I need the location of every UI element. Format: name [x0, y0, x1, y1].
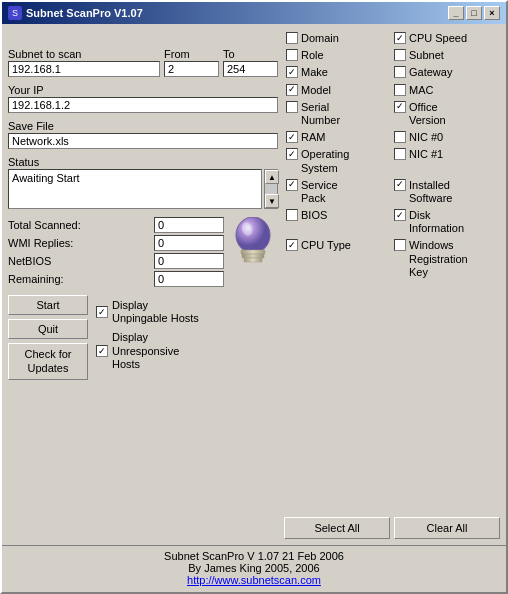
cpu-speed-checkbox[interactable]: [394, 32, 406, 44]
display-unresponsive-checkbox[interactable]: [96, 345, 108, 357]
bios-label: BIOS: [301, 209, 327, 222]
nic1-label: NIC #1: [409, 148, 443, 161]
footer-line3[interactable]: http://www.subnetscan.com: [2, 574, 506, 586]
your-ip-input[interactable]: [8, 97, 278, 113]
lightbulb-image: [228, 217, 278, 277]
content-area: Subnet to scan From To Your IP: [2, 24, 506, 545]
select-all-button[interactable]: Select All: [284, 517, 390, 539]
subnet-input[interactable]: [8, 61, 160, 77]
ram-checkbox[interactable]: [286, 131, 298, 143]
scroll-up-button[interactable]: ▲: [265, 170, 279, 184]
check-item-gateway: Gateway: [392, 64, 500, 81]
maximize-button[interactable]: □: [466, 6, 482, 20]
win-reg-label: WindowsRegistrationKey: [409, 239, 468, 279]
subnet-checkbox[interactable]: [394, 49, 406, 61]
to-input[interactable]: [223, 61, 278, 77]
nic0-checkbox[interactable]: [394, 131, 406, 143]
check-updates-button[interactable]: Check forUpdates: [8, 343, 88, 380]
check-item-bios: BIOS: [284, 207, 392, 237]
start-button[interactable]: Start: [8, 295, 88, 315]
os-checkbox[interactable]: [286, 148, 298, 160]
check-item-cpu-type: CPU Type: [284, 237, 392, 281]
check-item-nic1: NIC #1: [392, 146, 500, 176]
mac-label: MAC: [409, 84, 433, 97]
remaining-label: Remaining:: [8, 273, 150, 285]
from-input[interactable]: [164, 61, 219, 77]
quit-button[interactable]: Quit: [8, 319, 88, 339]
minimize-button[interactable]: _: [448, 6, 464, 20]
save-file-input[interactable]: [8, 133, 278, 149]
check-item-disk: DiskInformation: [392, 207, 500, 237]
check-item-os: OperatingSystem: [284, 146, 392, 176]
check-item-model: Model: [284, 82, 392, 99]
check-item-serial: SerialNumber: [284, 99, 392, 129]
display-unresponsive-row: DisplayUnresponsiveHosts: [96, 331, 199, 371]
check-item-make: Make: [284, 64, 392, 81]
bottom-buttons: Select All Clear All: [284, 517, 500, 539]
mac-checkbox[interactable]: [394, 84, 406, 96]
domain-label: Domain: [301, 32, 339, 45]
checkboxes-area: DisplayUnpingable Hosts DisplayUnrespons…: [96, 299, 199, 371]
model-checkbox[interactable]: [286, 84, 298, 96]
make-checkbox[interactable]: [286, 66, 298, 78]
office-checkbox[interactable]: [394, 101, 406, 113]
cpu-type-checkbox[interactable]: [286, 239, 298, 251]
check-item-cpu-speed: CPU Speed: [392, 30, 500, 47]
win-reg-checkbox[interactable]: [394, 239, 406, 251]
window-title: Subnet ScanPro V1.07: [26, 7, 143, 19]
display-unresponsive-label: DisplayUnresponsiveHosts: [112, 331, 179, 371]
office-label: OfficeVersion: [409, 101, 446, 127]
footer-line1: Subnet ScanPro V 1.07 21 Feb 2006: [2, 550, 506, 562]
check-item-ram: RAM: [284, 129, 392, 146]
to-label: To: [223, 48, 278, 60]
installed-software-checkbox[interactable]: [394, 179, 406, 191]
role-label: Role: [301, 49, 324, 62]
gateway-label: Gateway: [409, 66, 452, 79]
footer-line2: By James King 2005, 2006: [2, 562, 506, 574]
os-label: OperatingSystem: [301, 148, 349, 174]
role-checkbox[interactable]: [286, 49, 298, 61]
titlebar: S Subnet ScanPro V1.07 _ □ ×: [2, 2, 506, 24]
installed-software-label: InstalledSoftware: [409, 179, 452, 205]
display-unpingable-label: DisplayUnpingable Hosts: [112, 299, 199, 325]
svg-rect-4: [242, 254, 264, 258]
check-item-service-pack: ServicePack: [284, 177, 392, 207]
model-label: Model: [301, 84, 331, 97]
right-panel: Domain CPU Speed Role Subnet: [284, 30, 500, 539]
footer: Subnet ScanPro V 1.07 21 Feb 2006 By Jam…: [2, 545, 506, 592]
subnet-label: Subnet to scan: [8, 48, 160, 60]
gateway-checkbox[interactable]: [394, 66, 406, 78]
service-pack-checkbox[interactable]: [286, 179, 298, 191]
close-button[interactable]: ×: [484, 6, 500, 20]
save-file-label: Save File: [8, 120, 278, 132]
status-area: Awaiting Start ▲ ▼: [8, 169, 278, 209]
total-scanned-label: Total Scanned:: [8, 219, 150, 231]
make-label: Make: [301, 66, 328, 79]
disk-checkbox[interactable]: [394, 209, 406, 221]
check-item-installed-software: InstalledSoftware: [392, 177, 500, 207]
wmi-replies-label: WMI Replies:: [8, 237, 150, 249]
nic1-checkbox[interactable]: [394, 148, 406, 160]
check-item-office: OfficeVersion: [392, 99, 500, 129]
scroll-down-button[interactable]: ▼: [265, 194, 279, 208]
ram-label: RAM: [301, 131, 325, 144]
serial-label: SerialNumber: [301, 101, 340, 127]
check-item-role: Role: [284, 47, 392, 64]
status-scrollbar: ▲ ▼: [264, 169, 278, 209]
check-item-subnet: Subnet: [392, 47, 500, 64]
display-unpingable-row: DisplayUnpingable Hosts: [96, 299, 199, 325]
check-item-mac: MAC: [392, 82, 500, 99]
check-item-nic0: NIC #0: [392, 129, 500, 146]
service-pack-label: ServicePack: [301, 179, 338, 205]
display-unpingable-checkbox[interactable]: [96, 306, 108, 318]
serial-checkbox[interactable]: [286, 101, 298, 113]
status-text: Awaiting Start: [8, 169, 262, 209]
stats-col: Total Scanned: 0 WMI Replies: 0 NetBIOS …: [8, 213, 224, 287]
clear-all-button[interactable]: Clear All: [394, 517, 500, 539]
svg-point-1: [236, 217, 270, 253]
check-item-win-reg: WindowsRegistrationKey: [392, 237, 500, 281]
check-item-domain: Domain: [284, 30, 392, 47]
bios-checkbox[interactable]: [286, 209, 298, 221]
domain-checkbox[interactable]: [286, 32, 298, 44]
remaining-value: 0: [154, 271, 224, 287]
